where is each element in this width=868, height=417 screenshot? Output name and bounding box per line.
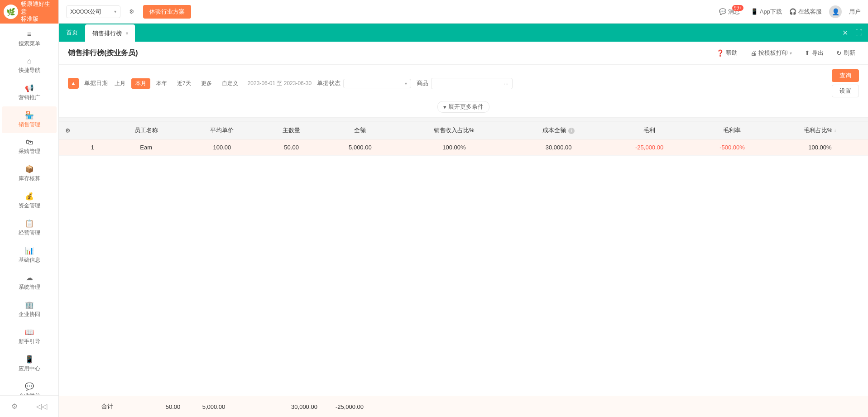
help-label: 帮助: [726, 49, 738, 57]
sidebar-item-shortcuts[interactable]: ⌂ 快捷导航: [2, 53, 57, 79]
table-footer: 合计 50.00 5,000.00 30,000.00 -25,000.00: [59, 396, 868, 417]
marketing-icon: 📢: [25, 84, 34, 92]
table-row[interactable]: 1 Eam 100.00 50.00 5,000.00 100.00% 30,0…: [59, 139, 868, 156]
query-button[interactable]: 查询: [832, 69, 859, 82]
topbar: XXXXX公司 ▾ ⚙ 体验行业方案 💬 消息 99+ 📱 App下载 🎧 在线…: [59, 0, 868, 24]
topbar-settings-btn[interactable]: ⚙: [125, 5, 139, 19]
cell-gross-rate: -500.00%: [692, 139, 772, 156]
expand-row: ▾ 展开更多条件: [68, 97, 859, 113]
sidebar: 🌿 畅康通好生意 标准版 ≡ 搜索菜单 ⌂ 快捷导航 📢 营销推广 🏪 销售管理…: [0, 0, 59, 417]
sidebar-item-wechat[interactable]: 💬 企业微信: [2, 378, 57, 395]
date-pill-this-month[interactable]: 本月: [131, 78, 150, 89]
cell-sales-pct: 100.00%: [398, 139, 511, 156]
company-selector[interactable]: XXXXX公司 ▾: [66, 5, 120, 18]
date-pill-this-year[interactable]: 本年: [152, 78, 171, 89]
sidebar-item-apps[interactable]: 📱 应用中心: [2, 350, 57, 377]
cell-name: Eam: [108, 139, 184, 156]
sidebar-item-purchase[interactable]: 🛍 采购管理: [2, 134, 57, 160]
tab-fullscreen-icon[interactable]: ⛶: [854, 27, 864, 38]
wechat-icon: 💬: [25, 382, 34, 391]
cell-avg-price: 100.00: [184, 139, 260, 156]
date-pill-custom[interactable]: 自定义: [218, 78, 242, 89]
filter-bar: ▲ 单据日期 上月 本月 本年 近7天 更多 自定义 2023-06-01 至 …: [59, 65, 868, 118]
help-button[interactable]: ❓ 帮助: [713, 47, 741, 59]
help-icon: ❓: [716, 49, 724, 57]
expand-conditions-button[interactable]: ▾ 展开更多条件: [437, 101, 489, 113]
home-icon: ⌂: [27, 57, 32, 65]
expand-label: 展开更多条件: [448, 103, 484, 111]
inventory-icon: 📦: [25, 165, 34, 173]
col-settings[interactable]: ⚙: [59, 122, 77, 139]
app-download-label: App下载: [760, 8, 782, 16]
finance-icon: 💰: [25, 192, 34, 201]
status-select-arrow: ▾: [405, 81, 407, 86]
col-cost: 成本全额 i: [511, 122, 606, 139]
sidebar-nav: ≡ 搜索菜单 ⌂ 快捷导航 📢 营销推广 🏪 销售管理 🛍 采购管理 📦 库存核…: [0, 24, 58, 395]
company-name: XXXXX公司: [70, 8, 101, 16]
user-avatar[interactable]: 👤: [829, 5, 842, 18]
status-select[interactable]: ▾: [343, 79, 411, 88]
export-button[interactable]: ⬆ 导出: [801, 47, 827, 59]
operations-icon: 📋: [25, 219, 34, 228]
status-filter-label: 单据状态: [317, 79, 340, 87]
sidebar-item-inventory[interactable]: 📦 库存核算: [2, 160, 57, 187]
apps-icon: 📱: [25, 355, 34, 364]
status-filter-group: 单据状态 ▾: [317, 79, 411, 88]
col-gross-rate: 毛利率: [692, 122, 772, 139]
filter-settings-button[interactable]: 设置: [832, 85, 859, 97]
sidebar-item-system[interactable]: ☁ 系统管理: [2, 269, 57, 296]
sidebar-item-guide[interactable]: 📖 新手引导: [2, 323, 57, 350]
sidebar-item-enterprise[interactable]: 🏢 企业协同: [2, 296, 57, 323]
sidebar-item-sales[interactable]: 🏪 销售管理: [2, 106, 57, 133]
page-actions: ❓ 帮助 🖨 按模板打印 ▾ ⬆ 导出 ↻ 刷新: [713, 47, 859, 59]
cost-info-icon[interactable]: i: [568, 128, 575, 134]
date-pill-last-month[interactable]: 上月: [110, 78, 129, 89]
col-rank: [77, 122, 108, 139]
app-logo: 🌿 畅康通好生意 标准版: [0, 0, 58, 24]
date-pill-more[interactable]: 更多: [197, 78, 216, 89]
tab-sales-ranking[interactable]: 销售排行榜 ×: [85, 24, 135, 43]
footer-collapse-btn[interactable]: ◁◁: [34, 400, 49, 412]
footer-total: 5,000.00: [191, 402, 236, 412]
tab-close-icon[interactable]: ×: [125, 31, 129, 36]
tab-home[interactable]: 首页: [59, 24, 85, 42]
online-service-label: 在线客服: [798, 8, 822, 16]
goods-input[interactable]: ···: [431, 78, 513, 89]
date-pill-7days[interactable]: 近7天: [173, 78, 195, 89]
footer-spacer: [64, 405, 82, 408]
date-filter-group: 单据日期 上月 本月 本年 近7天 更多 自定义: [84, 78, 242, 89]
filter-collapse-button[interactable]: ▲: [68, 78, 79, 89]
trial-button[interactable]: 体验行业方案: [143, 5, 191, 19]
tabbar-right: ✕ ⛶: [840, 27, 868, 39]
sidebar-item-basic[interactable]: 📊 基础信息: [2, 242, 57, 268]
date-range-display: 2023-06-01 至 2023-06-30: [248, 80, 312, 87]
footer-total-label: 合计: [96, 401, 119, 412]
sales-icon: 🏪: [25, 111, 34, 120]
refresh-button[interactable]: ↻ 刷新: [833, 47, 859, 59]
query-actions: 查询 设置: [832, 69, 859, 97]
online-service-button[interactable]: 🎧 在线客服: [789, 8, 822, 16]
app-download-button[interactable]: 📱 App下载: [751, 8, 782, 16]
system-icon: ☁: [26, 273, 33, 282]
username-display: 用户: [849, 8, 861, 16]
footer-settings-btn[interactable]: ⚙: [10, 400, 19, 412]
table-header-row: ⚙ 员工名称 平均单价 主数量 全额 销售收入占比% 成本全额 i 毛利 毛利率…: [59, 122, 868, 139]
sidebar-footer: ⚙ ◁◁: [0, 395, 58, 417]
print-button[interactable]: 🖨 按模板打印 ▾: [747, 47, 796, 59]
sidebar-item-search[interactable]: ≡ 搜索菜单: [2, 26, 57, 52]
sidebar-item-operations[interactable]: 📋 经营管理: [2, 215, 57, 241]
sidebar-item-finance[interactable]: 💰 资金管理: [2, 187, 57, 214]
footer-gross: -25,000.00: [327, 402, 372, 412]
footer-qty: 50.00: [155, 402, 191, 412]
message-button[interactable]: 💬 消息 99+: [719, 8, 740, 16]
sidebar-item-marketing[interactable]: 📢 营销推广: [2, 79, 57, 106]
tab-close-all-icon[interactable]: ✕: [840, 27, 850, 39]
refresh-icon: ↻: [836, 49, 842, 57]
export-icon: ⬆: [805, 49, 810, 57]
goods-input-more: ···: [504, 80, 508, 87]
topbar-right: 💬 消息 99+ 📱 App下载 🎧 在线客服 👤 用户: [719, 5, 861, 18]
col-gross: 毛利: [606, 122, 692, 139]
cell-gross-pct: 100.00%: [772, 139, 868, 156]
enterprise-icon: 🏢: [25, 301, 34, 309]
expand-icon: ▾: [443, 104, 446, 110]
